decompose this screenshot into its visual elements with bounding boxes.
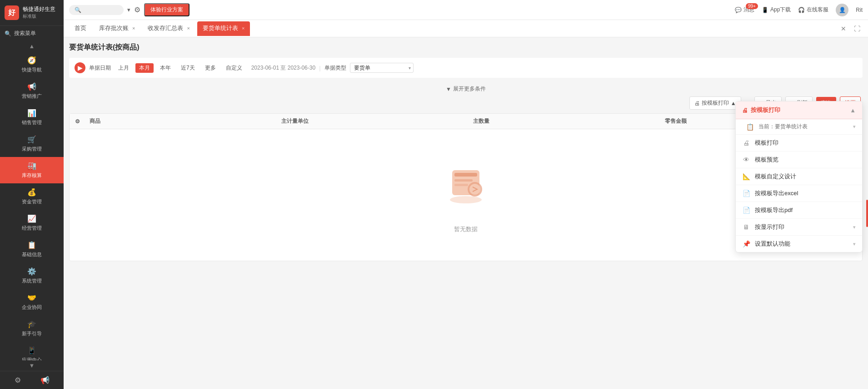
sidebar-item-label: 营销推广: [22, 93, 42, 100]
tab-collect-summary[interactable]: 收发存汇总表 ×: [142, 21, 195, 36]
template-print-button[interactable]: 🖨 按模板打印 ▲: [689, 96, 741, 110]
sidebar-item-apps[interactable]: 📱 应用中心: [0, 342, 64, 360]
svg-rect-4: [454, 184, 468, 186]
system-icon: ⚙️: [27, 267, 36, 276]
item-label: 按模板导出pdf: [755, 206, 793, 214]
dropdown-item-template-preview[interactable]: 👁 模板预览: [736, 152, 862, 168]
messages-button[interactable]: 💬 消息 99+: [735, 6, 754, 14]
tab-close-all-button[interactable]: ✕: [838, 23, 849, 34]
finance-icon: 💰: [27, 188, 36, 197]
search-icon: 🔍: [5, 30, 11, 37]
date-btn-custom[interactable]: 自定义: [222, 63, 246, 73]
topbar: 🔍 ▾ ⚙ 体验行业方案 💬 消息 99+ 📱 App下载 🎧 在线客服 👤: [64, 0, 868, 20]
search-label: 搜索菜单: [14, 30, 36, 37]
preview-icon: 👁: [742, 156, 750, 163]
date-btn-this-month[interactable]: 本月: [135, 63, 154, 73]
quick-nav-icon: 🧭: [27, 56, 36, 65]
filter-expand-button[interactable]: ▶: [75, 62, 85, 73]
date-btn-7days[interactable]: 近7天: [177, 63, 199, 73]
date-btn-last-month[interactable]: 上月: [115, 63, 133, 73]
inventory-icon: 🏭: [27, 162, 36, 170]
item-label: 按显示打印: [755, 223, 784, 231]
sidebar-scroll-up[interactable]: ▲: [0, 41, 64, 51]
sidebar-item-business[interactable]: 📈 经营管理: [0, 210, 64, 236]
tab-close-icon[interactable]: ×: [132, 25, 135, 31]
expand-label: 展开更多条件: [453, 85, 486, 93]
tab-batch-account[interactable]: 库存批次账 ×: [94, 21, 140, 36]
user-avatar[interactable]: 👤: [836, 4, 848, 16]
svg-rect-2: [454, 173, 477, 177]
app-name: 畅捷通好生意: [23, 6, 55, 13]
print-header-icon: 🖨: [742, 107, 748, 114]
sidebar-item-quick-nav[interactable]: 🧭 快捷导航: [0, 51, 64, 78]
sidebar-item-marketing[interactable]: 📢 营销推广: [0, 78, 64, 104]
date-filter-label: 单据日期: [89, 64, 111, 72]
th-quantity: 主数量: [473, 117, 665, 125]
settings-icon[interactable]: ⚙: [15, 376, 21, 384]
print-icon: 🖨: [694, 100, 700, 106]
app-download-button[interactable]: 📱 App下载: [762, 6, 791, 14]
topbar-search-icon: 🔍: [75, 7, 81, 13]
template-print-dropdown: 🖨 按模板打印 ▲ 📋 当前：要货单统计表 ▾ 🖨 模板打印 👁 模板预览: [735, 101, 863, 253]
tab-bar-actions: ✕ ⛶: [838, 23, 863, 34]
type-filter-select[interactable]: 要货单: [350, 63, 414, 73]
sidebar-item-newbie[interactable]: 🎓 新手引导: [0, 315, 64, 342]
tab-expand-button[interactable]: ⛶: [852, 23, 863, 34]
sidebar-item-purchase[interactable]: 🛒 采购管理: [0, 131, 64, 157]
dropdown-item-display-print[interactable]: 🖥 按显示打印 ▾: [736, 219, 862, 236]
sidebar-item-sales[interactable]: 📊 销售管理: [0, 104, 64, 131]
expand-more-button[interactable]: ▼ 展开更多条件: [440, 83, 491, 95]
sidebar-item-label: 应用中心: [22, 357, 42, 360]
dropdown-item-template-design[interactable]: 📐 模板自定义设计: [736, 168, 862, 185]
dropdown-close-icon[interactable]: ▲: [850, 107, 856, 114]
sidebar-item-basics[interactable]: 📋 基础信息: [0, 236, 64, 263]
date-btn-more[interactable]: 更多: [201, 63, 219, 73]
speaker-icon[interactable]: 📢: [40, 376, 50, 384]
date-range-display: 2023-06-01 至 2023-06-30: [251, 64, 315, 72]
sidebar-item-label: 采购管理: [22, 146, 42, 152]
dropdown-item-export-pdf[interactable]: 📄 按模板导出pdf: [736, 202, 862, 219]
sidebar-item-label: 经营管理: [22, 225, 42, 232]
date-btn-this-year[interactable]: 本年: [156, 63, 175, 73]
sidebar-scroll-down[interactable]: ▼: [0, 360, 64, 371]
sidebar-item-label: 企业协同: [22, 304, 42, 311]
pdf-icon: 📄: [742, 207, 750, 214]
tab-demand-stats[interactable]: 要货单统计表 ×: [197, 21, 250, 36]
topbar-gear-icon[interactable]: ⚙: [134, 5, 140, 14]
filter-bar: ▶ 单据日期 上月 本月 本年 近7天 更多 自定义 2023-06-01 至 …: [69, 58, 863, 78]
design-icon: 📐: [742, 173, 750, 180]
online-service-button[interactable]: 🎧 在线客服: [798, 6, 828, 14]
messages-badge: 99+: [746, 3, 758, 9]
topbar-dropdown-icon[interactable]: ▾: [127, 6, 130, 13]
dropdown-item-export-excel[interactable]: 📄 按模板导出excel: [736, 185, 862, 202]
tab-home[interactable]: 首页: [69, 21, 92, 36]
sidebar-item-inventory[interactable]: 🏭 库存核算: [0, 157, 64, 183]
display-icon: 🖥: [742, 223, 750, 231]
tab-label: 收发存汇总表: [148, 24, 183, 32]
dropdown-item-set-default[interactable]: 📌 设置默认功能 ▾: [736, 236, 862, 252]
sidebar-search[interactable]: 🔍 搜索菜单: [0, 26, 64, 41]
template-icon: 📋: [746, 123, 754, 131]
sidebar-item-label: 系统管理: [22, 278, 42, 284]
dropdown-current-template[interactable]: 📋 当前：要货单统计表 ▾: [736, 119, 862, 135]
dropdown-item-template-print[interactable]: 🖨 模板打印: [736, 135, 862, 152]
trial-button[interactable]: 体验行业方案: [144, 3, 190, 16]
service-icon: 🎧: [798, 7, 805, 13]
tab-close-icon[interactable]: ×: [242, 25, 244, 31]
template-print-label: 按模板打印: [702, 99, 729, 107]
sidebar-item-system[interactable]: ⚙️ 系统管理: [0, 263, 64, 289]
marketing-icon: 📢: [27, 82, 36, 91]
type-filter-select-wrapper: 要货单 ▾: [350, 63, 414, 73]
sidebar: 好 畅捷通好生意 标准版 🔍 搜索菜单 ▲ 🧭 快捷导航 📢 营销推广 📊 销售…: [0, 0, 64, 389]
th-gear[interactable]: ⚙: [75, 118, 90, 125]
topbar-search[interactable]: 🔍: [69, 5, 124, 15]
sidebar-item-finance[interactable]: 💰 资金管理: [0, 183, 64, 210]
tab-close-icon[interactable]: ×: [187, 25, 190, 31]
item-label: 模板预览: [755, 156, 778, 164]
business-icon: 📈: [27, 214, 36, 223]
app-logo: 好 畅捷通好生意 标准版: [0, 0, 64, 26]
more-filters-row: ▼ 展开更多条件: [69, 81, 863, 96]
sidebar-item-corp[interactable]: 🤝 企业协同: [0, 289, 64, 315]
download-icon: 📱: [762, 7, 768, 13]
arrow-icon: ▾: [853, 241, 856, 247]
